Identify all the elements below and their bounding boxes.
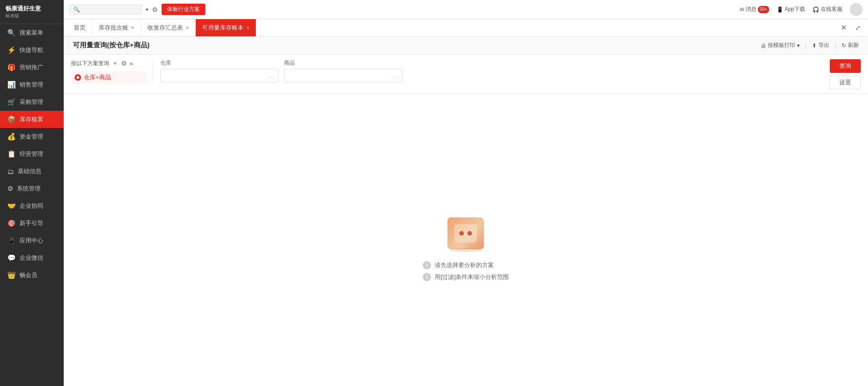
search-input[interactable] bbox=[82, 6, 132, 13]
scheme-dot-inner bbox=[76, 76, 79, 79]
scheme-dot bbox=[75, 74, 81, 81]
collapse-scheme-icon[interactable]: « bbox=[130, 60, 133, 67]
main-area: 🔍 ▾ ⚙ 体验行业方案 ✉ 消息 99+ 📱 App下载 🎧 在线客服 bbox=[64, 0, 868, 386]
warehouse-dots: ... bbox=[269, 72, 274, 79]
product-dots: ... bbox=[392, 72, 398, 79]
export-action[interactable]: ⬆ 导出 bbox=[812, 41, 829, 49]
sidebar-item-icon-6: 💰 bbox=[7, 133, 16, 141]
filter-scheme-panel: 按以下方案查询 ＋ ⚙ « 仓库+商品 bbox=[71, 59, 153, 84]
avatar[interactable] bbox=[850, 3, 863, 16]
sidebar-item-11[interactable]: 🎯新手引导 bbox=[0, 215, 64, 232]
tabbar: 首页库存批次账×收发存汇总表×可用量库存账本× ✕ ⤢ bbox=[64, 19, 868, 36]
sidebar-item-icon-11: 🎯 bbox=[7, 219, 16, 227]
filter-scheme-header: 按以下方案查询 ＋ ⚙ « bbox=[71, 59, 147, 67]
tab-close-3[interactable]: × bbox=[246, 25, 249, 31]
robot-illustration bbox=[447, 217, 484, 249]
settings-scheme-icon[interactable]: ⚙ bbox=[121, 60, 127, 67]
hint-text-1: 请先选择要分析的方案 bbox=[435, 261, 494, 269]
export-icon: ⬆ bbox=[812, 42, 817, 49]
sidebar-item-label-2: 营销推广 bbox=[20, 63, 43, 72]
refresh-action[interactable]: ↻ 刷新 bbox=[842, 41, 859, 49]
message-label: 消息 bbox=[746, 5, 756, 13]
sidebar-item-label-8: 基础信息 bbox=[18, 167, 41, 175]
hint-num-2: 2 bbox=[423, 273, 431, 281]
filter-scheme-label: 按以下方案查询 bbox=[71, 60, 109, 67]
service-icon: 🎧 bbox=[812, 6, 819, 13]
scheme-item-label: 仓库+商品 bbox=[84, 73, 111, 82]
sidebar-item-icon-1: ⚡ bbox=[7, 46, 16, 54]
sidebar-item-icon-9: ⚙ bbox=[7, 185, 13, 193]
app-download-item[interactable]: 📱 App下载 bbox=[777, 5, 805, 13]
page-actions: 🖨 按模板打印 ▾ | ⬆ 导出 | ↻ 刷新 bbox=[761, 41, 859, 49]
sidebar-item-2[interactable]: 🎁营销推广 bbox=[0, 59, 64, 76]
sidebar-item-label-1: 快捷导航 bbox=[20, 46, 43, 54]
sidebar-item-label-3: 销售管理 bbox=[20, 81, 43, 89]
tabbar-actions: ✕ ⤢ bbox=[837, 21, 864, 34]
sidebar-item-icon-14: 👑 bbox=[7, 271, 16, 279]
filter-bar: 按以下方案查询 ＋ ⚙ « 仓库+商品 仓库 ... 商品 bbox=[64, 55, 868, 94]
sidebar-item-1[interactable]: ⚡快捷导航 bbox=[0, 41, 64, 59]
tab-item-3[interactable]: 可用量库存账本× bbox=[196, 19, 256, 36]
tab-close-2[interactable]: × bbox=[186, 25, 189, 31]
sidebar-item-13[interactable]: 💬企业微信 bbox=[0, 249, 64, 267]
tab-item-1[interactable]: 库存批次账× bbox=[92, 19, 141, 36]
sidebar-item-4[interactable]: 🛒采购管理 bbox=[0, 93, 64, 111]
robot-eye-right bbox=[467, 231, 472, 236]
warehouse-input[interactable]: ... bbox=[160, 69, 279, 82]
page-title: 可用量查询(按仓库+商品) bbox=[73, 41, 150, 50]
search-box[interactable]: 🔍 bbox=[69, 5, 142, 15]
print-dropdown-icon: ▾ bbox=[797, 42, 800, 49]
sidebar-logo: 畅康通好生意 标准版 bbox=[0, 0, 64, 24]
app-version: 标准版 bbox=[5, 13, 58, 19]
separator-2: | bbox=[835, 42, 836, 49]
sidebar-item-icon-13: 💬 bbox=[7, 254, 16, 262]
sidebar-item-8[interactable]: 🗂基础信息 bbox=[0, 163, 64, 180]
page-header: 可用量查询(按仓库+商品) 🖨 按模板打印 ▾ | ⬆ 导出 | ↻ 刷新 bbox=[64, 36, 868, 55]
sidebar-item-label-4: 采购管理 bbox=[20, 98, 43, 106]
sidebar-item-label-6: 资金管理 bbox=[20, 133, 43, 141]
sidebar-item-label-9: 系统管理 bbox=[17, 185, 41, 193]
content-area: 1 请先选择要分析的方案 2 用[过滤]条件来缩小分析范围 bbox=[64, 94, 868, 386]
sidebar-item-12[interactable]: 📱应用中心 bbox=[0, 232, 64, 249]
online-service-item[interactable]: 🎧 在线客服 bbox=[812, 5, 843, 13]
topbar-gear[interactable]: ⚙ bbox=[152, 6, 158, 13]
sidebar-item-9[interactable]: ⚙系统管理 bbox=[0, 180, 64, 197]
expand-tab-button[interactable]: ⤢ bbox=[852, 21, 864, 34]
sidebar-item-label-7: 经营管理 bbox=[20, 150, 43, 158]
add-scheme-icon[interactable]: ＋ bbox=[112, 59, 118, 67]
tab-item-0[interactable]: 首页 bbox=[67, 19, 92, 36]
close-all-tab-button[interactable]: ✕ bbox=[837, 21, 850, 34]
settings-button[interactable]: 设置 bbox=[830, 76, 861, 89]
robot-face bbox=[454, 224, 477, 242]
print-action[interactable]: 🖨 按模板打印 ▾ bbox=[761, 41, 800, 49]
scheme-item[interactable]: 仓库+商品 bbox=[71, 71, 147, 84]
sidebar-item-label-10: 企业协同 bbox=[20, 202, 43, 210]
sidebar-item-0[interactable]: 🔍搜索菜单 bbox=[0, 24, 64, 41]
message-item[interactable]: ✉ 消息 99+ bbox=[740, 5, 769, 13]
sidebar-item-5[interactable]: 📦库存核算 bbox=[0, 111, 64, 128]
hint-row-2: 2 用[过滤]条件来缩小分析范围 bbox=[423, 273, 509, 281]
online-service-label: 在线客服 bbox=[821, 5, 843, 13]
tab-close-1[interactable]: × bbox=[131, 25, 134, 31]
sidebar-item-10[interactable]: 🤝企业协同 bbox=[0, 197, 64, 215]
hint-text-2: 用[过滤]条件来缩小分析范围 bbox=[435, 273, 509, 281]
tab-label-2: 收发存汇总表 bbox=[147, 24, 183, 32]
sidebar-item-14[interactable]: 👑畅会员 bbox=[0, 267, 64, 284]
sidebar-item-3[interactable]: 📊销售管理 bbox=[0, 76, 64, 93]
sidebar-item-label-5: 库存核算 bbox=[20, 115, 43, 124]
sidebar-scroll: 🔍搜索菜单⚡快捷导航🎁营销推广📊销售管理🛒采购管理📦库存核算💰资金管理📋经营管理… bbox=[0, 24, 64, 386]
tab-label-3: 可用量库存账本 bbox=[202, 24, 244, 32]
tab-item-2[interactable]: 收发存汇总表× bbox=[141, 19, 196, 36]
topbar-right: ✉ 消息 99+ 📱 App下载 🎧 在线客服 bbox=[740, 3, 863, 16]
filter-actions: 查询 设置 bbox=[824, 59, 861, 89]
trial-button[interactable]: 体验行业方案 bbox=[162, 4, 205, 15]
sidebar-item-6[interactable]: 💰资金管理 bbox=[0, 128, 64, 145]
product-label: 商品 bbox=[284, 59, 402, 67]
sidebar-item-icon-2: 🎁 bbox=[7, 63, 16, 72]
topbar-dropdown[interactable]: ▾ bbox=[146, 6, 148, 13]
sidebar-item-7[interactable]: 📋经营管理 bbox=[0, 145, 64, 163]
hint-num-1: 1 bbox=[423, 261, 431, 269]
message-icon: ✉ bbox=[740, 6, 744, 13]
product-input[interactable]: ... bbox=[284, 69, 402, 82]
query-button[interactable]: 查询 bbox=[830, 59, 861, 73]
